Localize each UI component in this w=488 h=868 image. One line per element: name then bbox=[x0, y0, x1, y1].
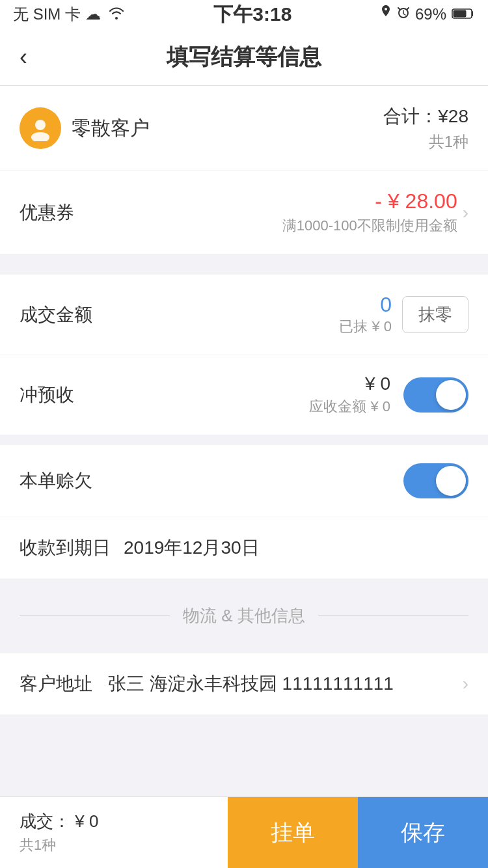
section-divider-1 bbox=[0, 264, 488, 275]
hangup-label: 挂单 bbox=[271, 818, 315, 848]
customer-card: 零散客户 合计：¥28 共1种 优惠券 - ¥ 28.00 满1000-100不… bbox=[0, 86, 488, 254]
status-time: 下午3:18 bbox=[213, 1, 291, 28]
battery-icon bbox=[452, 5, 475, 23]
credit-toggle-knob bbox=[436, 466, 466, 496]
bottom-bar: 成交： ¥ 0 共1种 挂单 保存 bbox=[0, 796, 488, 868]
bottom-count: 共1种 bbox=[20, 835, 208, 855]
deal-amount: ¥ 0 bbox=[75, 811, 98, 831]
status-left: 无 SIM 卡 ☁ bbox=[13, 4, 126, 25]
transaction-amount[interactable]: 0 bbox=[380, 293, 392, 316]
main-content: 零散客户 合计：¥28 共1种 优惠券 - ¥ 28.00 满1000-100不… bbox=[0, 86, 488, 803]
transaction-row: 成交金额 0 已抹 ¥ 0 抹零 bbox=[0, 275, 488, 355]
save-label: 保存 bbox=[401, 818, 445, 848]
customer-total: 合计：¥28 共1种 bbox=[383, 104, 468, 152]
customer-avatar bbox=[20, 107, 61, 149]
customer-name: 零散客户 bbox=[72, 115, 150, 142]
coupon-discount: - ¥ 28.00 bbox=[282, 189, 457, 213]
credit-section: 本单赊欠 收款到期日 2019年12月30日 bbox=[0, 445, 488, 578]
transaction-label: 成交金额 bbox=[20, 303, 92, 327]
address-value: 张三 海淀永丰科技园 11111111111 bbox=[108, 671, 456, 696]
prepayment-label: 冲预收 bbox=[20, 383, 74, 407]
section-divider-4 bbox=[0, 643, 488, 653]
coupon-chevron-icon: › bbox=[463, 202, 468, 223]
wifi-icon bbox=[107, 5, 126, 23]
coupon-description: 满1000-100不限制使用金额 bbox=[282, 216, 457, 236]
address-label: 客户地址 bbox=[20, 671, 92, 696]
location-icon bbox=[380, 5, 392, 23]
prepayment-receivable: 应收金额 ¥ 0 bbox=[309, 397, 390, 416]
svg-point-4 bbox=[31, 132, 49, 141]
coupon-right: - ¥ 28.00 满1000-100不限制使用金额 › bbox=[282, 189, 468, 236]
prepayment-right: ¥ 0 应收金额 ¥ 0 bbox=[309, 373, 468, 416]
address-row[interactable]: 客户地址 张三 海淀永丰科技园 11111111111 › bbox=[0, 653, 488, 714]
bottom-deal: 成交： ¥ 0 bbox=[20, 810, 208, 833]
svg-point-3 bbox=[35, 120, 46, 130]
prepayment-toggle[interactable] bbox=[403, 377, 468, 413]
address-chevron-icon: › bbox=[463, 673, 468, 694]
coupon-row[interactable]: 优惠券 - ¥ 28.00 满1000-100不限制使用金额 › bbox=[0, 170, 488, 254]
credit-row: 本单赊欠 bbox=[0, 445, 488, 517]
logistics-line-right bbox=[318, 616, 468, 616]
coupon-label: 优惠券 bbox=[20, 200, 74, 225]
no-sim-text: 无 SIM 卡 ☁ bbox=[13, 4, 101, 25]
deal-label: 成交： bbox=[20, 811, 70, 831]
hangup-button[interactable]: 挂单 bbox=[228, 797, 358, 869]
svg-rect-2 bbox=[453, 10, 466, 18]
nav-bar: ‹ 填写结算等信息 bbox=[0, 29, 488, 86]
total-amount: 合计：¥28 bbox=[383, 104, 468, 129]
toggle-knob bbox=[436, 380, 466, 410]
round-button[interactable]: 抹零 bbox=[402, 296, 468, 333]
section-divider-2 bbox=[0, 435, 488, 445]
coupon-content: - ¥ 28.00 满1000-100不限制使用金额 bbox=[282, 189, 457, 236]
logistics-line-left bbox=[20, 616, 170, 616]
total-count: 共1种 bbox=[383, 131, 468, 152]
status-bar: 无 SIM 卡 ☁ 下午3:18 69% bbox=[0, 0, 488, 29]
prepayment-row: 冲预收 ¥ 0 应收金额 ¥ 0 bbox=[0, 355, 488, 435]
battery-text: 69% bbox=[415, 5, 446, 23]
due-date-label: 收款到期日 bbox=[20, 536, 111, 560]
customer-left: 零散客户 bbox=[20, 107, 150, 149]
due-date-row: 收款到期日 2019年12月30日 bbox=[0, 517, 488, 578]
logistics-divider: 物流 & 其他信息 bbox=[0, 589, 488, 643]
prepayment-amount: ¥ 0 bbox=[309, 373, 390, 394]
transaction-section: 成交金额 0 已抹 ¥ 0 抹零 冲预收 ¥ 0 应收金额 ¥ 0 bbox=[0, 275, 488, 435]
transaction-values: 0 已抹 ¥ 0 bbox=[339, 293, 392, 336]
prepayment-amounts: ¥ 0 应收金额 ¥ 0 bbox=[309, 373, 390, 416]
customer-row: 零散客户 合计：¥28 共1种 bbox=[0, 86, 488, 170]
transaction-right: 0 已抹 ¥ 0 抹零 bbox=[339, 293, 468, 336]
status-right: 69% bbox=[380, 5, 475, 23]
transaction-subtracted: 已抹 ¥ 0 bbox=[339, 317, 392, 336]
page-title: 填写结算等信息 bbox=[167, 42, 321, 72]
bottom-info: 成交： ¥ 0 共1种 bbox=[0, 810, 228, 855]
save-button[interactable]: 保存 bbox=[358, 797, 488, 869]
credit-label: 本单赊欠 bbox=[20, 468, 92, 493]
back-button[interactable]: ‹ bbox=[20, 44, 27, 71]
alarm-icon bbox=[397, 5, 410, 23]
logistics-text: 物流 & 其他信息 bbox=[170, 604, 318, 627]
section-divider-3 bbox=[0, 578, 488, 589]
credit-toggle[interactable] bbox=[403, 463, 468, 498]
due-date-value[interactable]: 2019年12月30日 bbox=[124, 536, 260, 560]
